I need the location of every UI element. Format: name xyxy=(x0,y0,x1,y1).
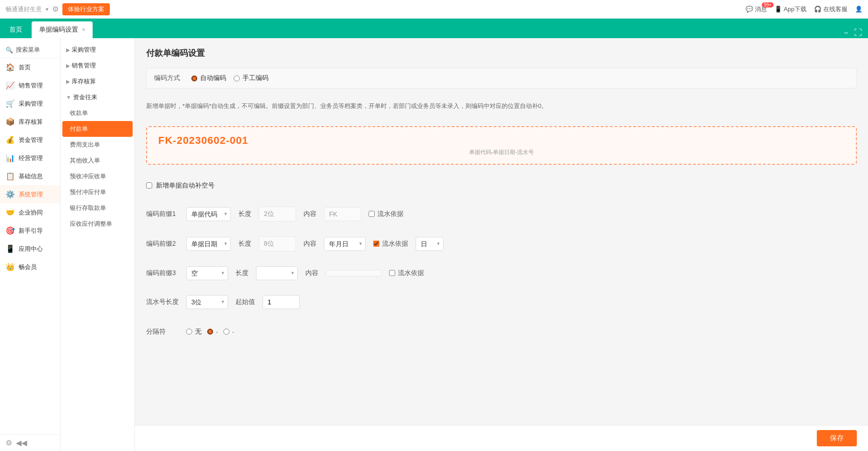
prefix2-length-label: 长度 xyxy=(238,240,251,248)
prefix1-serial-check[interactable]: 流水依据 xyxy=(369,210,404,218)
tab-close-icon[interactable]: × xyxy=(82,27,85,33)
serial-row: 流水号长度 3位 ▾ 起始值 xyxy=(146,295,857,309)
prefix3-length-select[interactable] xyxy=(256,266,298,280)
tab-encoding-settings[interactable]: 单据编码设置 × xyxy=(32,21,93,38)
prefix2-serial-checkbox[interactable] xyxy=(373,241,379,247)
prefix2-serial-check[interactable]: 流水依据 xyxy=(373,240,408,248)
sep-dash-label: · xyxy=(232,328,234,336)
separator-options: 无 · · xyxy=(186,328,234,336)
sidebar-item-vip[interactable]: 👑 畅会员 xyxy=(0,258,60,276)
auto-encoding-radio[interactable] xyxy=(191,75,197,81)
sep-dash-radio[interactable] xyxy=(223,329,229,335)
trial-button[interactable]: 体验行业方案 xyxy=(62,3,110,15)
sub-item-receipt[interactable]: 收款单 xyxy=(61,105,135,121)
manual-encoding-radio[interactable] xyxy=(234,75,240,81)
newbie-icon: 🎯 xyxy=(6,226,15,235)
expand-icon[interactable]: ⛶ xyxy=(854,28,862,38)
sidebar-item-apps[interactable]: 📱 应用中心 xyxy=(0,240,60,258)
prefix3-length-select-wrapper: ▾ xyxy=(256,266,298,280)
search-menu[interactable]: 🔍 搜索菜单 xyxy=(0,42,60,58)
auto-fill-row: 新增单据自动补空号 xyxy=(146,182,857,190)
group-capital-arrow: ▼ xyxy=(66,94,71,100)
content-area: 付款单编码设置 编码方式 自动编码 手工编码 新增单据时，*单据编码*自动生成，… xyxy=(135,38,868,425)
group-purchase-arrow: ▶ xyxy=(66,47,70,53)
sidebar-item-basic[interactable]: 📋 基础信息 xyxy=(0,167,60,185)
prefix1-serial-checkbox[interactable] xyxy=(369,211,375,217)
sub-item-other-income[interactable]: 其他收入单 xyxy=(61,153,135,168)
sidebar-item-newbie[interactable]: 🎯 新手引导 xyxy=(0,222,60,240)
user-avatar[interactable]: 👤 xyxy=(855,6,862,13)
tab-home[interactable]: 首页 xyxy=(2,21,30,38)
top-bar: 畅通通好生意 ▾ ⚙ 体验行业方案 💬 消息 99+ 📱 App下载 🎧 在线客… xyxy=(0,0,868,19)
group-inventory-title[interactable]: ▶ 库存核算 xyxy=(61,74,135,89)
prefix1-content-label: 内容 xyxy=(303,210,316,218)
dropdown-arrow-icon[interactable]: ▾ xyxy=(46,6,48,13)
sidebar-label-basic: 基础信息 xyxy=(19,172,43,181)
tab-actions: － ⛶ xyxy=(842,27,868,38)
prefix3-row: 编码前缀3 空 ▾ 长度 ▾ 内容 流水 xyxy=(146,266,857,280)
group-inventory-arrow: ▶ xyxy=(66,79,70,85)
sep-dot-radio[interactable] xyxy=(207,329,213,335)
message-button[interactable]: 💬 消息 99+ xyxy=(746,5,767,13)
prefix3-select[interactable]: 空 xyxy=(186,266,228,280)
group-sales-label: 销售管理 xyxy=(72,61,96,70)
sidebar-item-operation[interactable]: 📊 经营管理 xyxy=(0,149,60,167)
sidebar-label-operation: 经营管理 xyxy=(19,154,43,162)
settings-bottom-icon[interactable]: ⚙ xyxy=(6,438,12,447)
prefix1-serial-label: 流水依据 xyxy=(377,210,404,218)
sep-none-option[interactable]: 无 xyxy=(186,328,202,336)
sidebar-item-sales[interactable]: 📈 销售管理 xyxy=(0,76,60,94)
separator-label: 分隔符 xyxy=(146,328,179,336)
collapse-icon[interactable]: ◀◀ xyxy=(16,438,27,447)
prefix3-serial-checkbox[interactable] xyxy=(389,270,395,276)
prefix3-content-label: 内容 xyxy=(305,269,318,277)
prefix3-serial-check[interactable]: 流水依据 xyxy=(389,269,424,277)
prefix1-label: 编码前缀1 xyxy=(146,210,179,218)
purchase-icon: 🛒 xyxy=(6,99,15,108)
sidebar-item-home[interactable]: 🏠 首页 xyxy=(0,58,60,76)
sub-item-bank[interactable]: 银行存取款单 xyxy=(61,200,135,216)
app-download-button[interactable]: 📱 App下载 xyxy=(774,5,807,13)
serial-length-select[interactable]: 3位 xyxy=(186,295,228,309)
serial-start-input[interactable] xyxy=(262,295,300,309)
auto-encoding-option[interactable]: 自动编码 xyxy=(191,74,226,82)
manual-encoding-option[interactable]: 手工编码 xyxy=(234,74,269,82)
sidebar-item-enterprise[interactable]: 🤝 企业协同 xyxy=(0,203,60,222)
sidebar-item-inventory[interactable]: 📦 库存核算 xyxy=(0,113,60,131)
sep-none-radio[interactable] xyxy=(186,329,192,335)
sidebar-label-home: 首页 xyxy=(19,63,31,72)
encoding-method-row: 编码方式 自动编码 手工编码 xyxy=(146,68,857,88)
sub-item-payment[interactable]: 付款单 xyxy=(62,121,133,137)
group-sales-title[interactable]: ▶ 销售管理 xyxy=(61,58,135,74)
prefix1-select-wrapper: 单据代码 ▾ xyxy=(186,207,231,221)
prefix2-select[interactable]: 单据日期 xyxy=(186,237,231,251)
sub-item-prepay-receivable[interactable]: 预收冲应收单 xyxy=(61,168,135,184)
prefix1-select[interactable]: 单据代码 xyxy=(186,207,231,221)
sub-item-prepay-payable[interactable]: 预付冲应付单 xyxy=(61,184,135,200)
app-brand: 畅通通好生意 xyxy=(6,5,42,13)
app-download-label: App下载 xyxy=(784,5,807,13)
preview-code: FK-20230602-001 xyxy=(158,135,845,147)
group-purchase-title[interactable]: ▶ 采购管理 xyxy=(61,42,135,58)
sidebar-label-enterprise: 企业协同 xyxy=(19,209,43,217)
save-button[interactable]: 保存 xyxy=(817,430,857,446)
sidebar-label-inventory: 库存核算 xyxy=(19,118,43,126)
settings-icon[interactable]: ⚙ xyxy=(52,5,59,13)
online-service-button[interactable]: 🎧 在线客服 xyxy=(814,5,848,13)
prefix2-content-select[interactable]: 年月日 xyxy=(324,237,366,251)
minimize-icon[interactable]: － xyxy=(842,27,850,38)
sidebar-item-system[interactable]: ⚙️ 系统管理 xyxy=(0,185,60,203)
page-title: 付款单编码设置 xyxy=(146,47,857,59)
sidebar-item-purchase[interactable]: 🛒 采购管理 xyxy=(0,94,60,113)
auto-fill-checkbox[interactable] xyxy=(146,182,152,188)
sep-dot-option[interactable]: · xyxy=(207,328,218,336)
group-capital-label: 资金往来 xyxy=(73,93,97,101)
top-bar-right: 💬 消息 99+ 📱 App下载 🎧 在线客服 👤 xyxy=(746,5,862,13)
sidebar-item-finance[interactable]: 💰 资金管理 xyxy=(0,131,60,149)
group-capital-title[interactable]: ▼ 资金往来 xyxy=(61,89,135,105)
sep-dash-option[interactable]: · xyxy=(223,328,234,336)
sub-item-adjustment[interactable]: 应收应付调整单 xyxy=(61,216,135,232)
prefix2-unit-select-wrapper: 日 ▾ xyxy=(416,237,444,251)
prefix2-unit-select[interactable]: 日 xyxy=(416,237,444,251)
sub-item-expense[interactable]: 费用支出单 xyxy=(61,137,135,153)
